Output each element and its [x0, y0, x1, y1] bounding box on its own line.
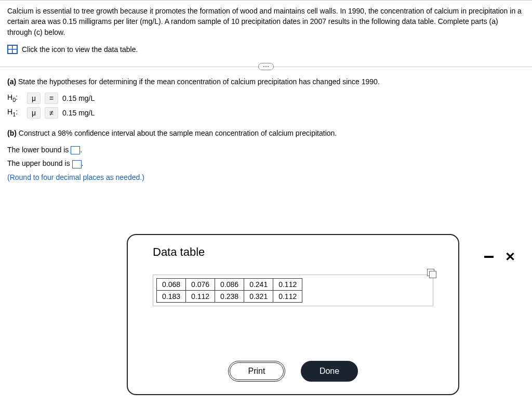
- data-table: 0.068 0.076 0.086 0.241 0.112 0.183 0.11…: [156, 278, 302, 303]
- lower-bound-input[interactable]: [71, 146, 80, 154]
- problem-statement: Calcium is essential to tree growth beca…: [0, 1, 532, 37]
- data-cell: 0.241: [244, 279, 273, 291]
- h0-parameter-select[interactable]: μ: [27, 93, 41, 104]
- part-a: (a) State the hypotheses for determining…: [0, 76, 532, 128]
- part-b-prefix: (b): [7, 129, 17, 137]
- rounding-note: (Round to four decimal places as needed.…: [7, 172, 525, 183]
- null-hypothesis-row: H0: μ = 0.15 mg/L: [7, 93, 525, 104]
- alt-hypothesis-row: H1: μ ≠ 0.15 mg/L: [7, 107, 525, 119]
- h0-operator-select[interactable]: =: [45, 93, 58, 104]
- part-b-prompt: Construct a 98% confidence interval abou…: [17, 129, 337, 137]
- data-cell: 0.086: [215, 279, 244, 291]
- data-cell: 0.321: [244, 291, 273, 303]
- done-button[interactable]: Done: [301, 361, 358, 382]
- data-cell: 0.068: [157, 279, 186, 291]
- data-cell: 0.183: [157, 291, 186, 303]
- h1-value: 0.15 mg/L: [62, 109, 95, 117]
- part-a-prefix: (a): [7, 77, 16, 86]
- close-icon[interactable]: ✕: [505, 251, 515, 263]
- h1-parameter-select[interactable]: μ: [27, 107, 41, 119]
- data-cell: 0.238: [215, 291, 244, 303]
- section-divider: [0, 67, 532, 67]
- click-icon-text[interactable]: Click the icon to view the data table.: [22, 45, 138, 54]
- ellipsis-pill[interactable]: [258, 63, 274, 70]
- data-link-row: Click the icon to view the data table.: [0, 37, 532, 61]
- upper-bound-line: The upper bound is .: [7, 158, 525, 169]
- table-icon[interactable]: [7, 45, 18, 54]
- data-cell: 0.076: [186, 279, 215, 291]
- table-row: 0.068 0.076 0.086 0.241 0.112: [157, 279, 302, 291]
- minimize-icon[interactable]: [484, 256, 494, 258]
- h0-value: 0.15 mg/L: [62, 94, 95, 102]
- part-a-prompt: State the hypotheses for determining if …: [16, 77, 380, 86]
- data-table-modal: ✕ Data table 0.068 0.076 0.086 0.241 0.1…: [127, 234, 459, 395]
- lower-bound-line: The lower bound is .: [7, 144, 525, 155]
- copy-icon[interactable]: [427, 269, 434, 276]
- upper-bound-input[interactable]: [72, 160, 82, 168]
- table-row: 0.183 0.112 0.238 0.321 0.112: [157, 291, 302, 303]
- h1-operator-select[interactable]: ≠: [45, 107, 58, 119]
- data-cell: 0.112: [273, 291, 302, 303]
- print-button[interactable]: Print: [228, 361, 285, 382]
- intro-text: Calcium is essential to tree growth beca…: [7, 7, 522, 36]
- part-b: (b) Construct a 98% confidence interval …: [0, 128, 532, 191]
- modal-title: Data table: [153, 245, 205, 259]
- data-table-container: 0.068 0.076 0.086 0.241 0.112 0.183 0.11…: [153, 275, 433, 306]
- data-cell: 0.112: [273, 279, 302, 291]
- data-cell: 0.112: [186, 291, 215, 303]
